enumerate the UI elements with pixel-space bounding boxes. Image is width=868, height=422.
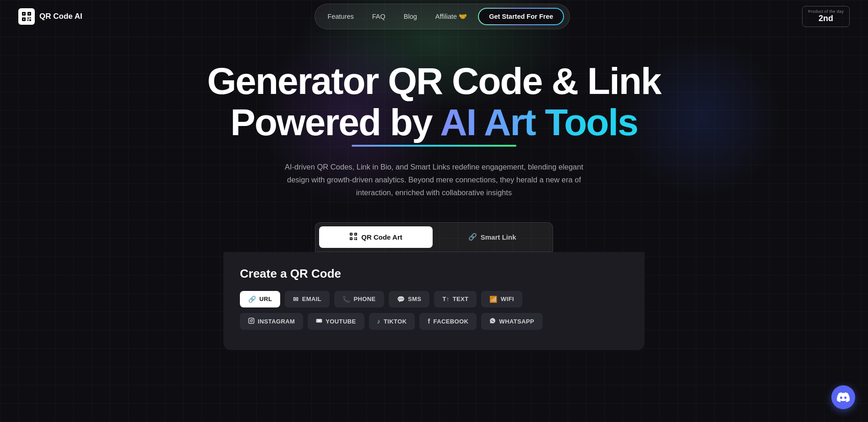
nav-link-blog[interactable]: Blog xyxy=(396,10,424,23)
instagram-icon xyxy=(248,318,255,325)
facebook-icon: f xyxy=(428,318,430,325)
create-card-title: Create a QR Code xyxy=(240,267,628,281)
svg-rect-15 xyxy=(351,238,352,239)
type-btn-tiktok[interactable]: ♪ TIKTOK xyxy=(369,313,415,330)
svg-rect-13 xyxy=(351,234,352,235)
nav-link-features[interactable]: Features xyxy=(320,10,361,23)
logo-icon xyxy=(18,8,35,25)
tab-smart-link[interactable]: 🔗 Smart Link xyxy=(435,226,549,248)
type-btn-instagram[interactable]: INSTAGRAM xyxy=(240,313,303,330)
type-buttons-row1: 🔗 URL ✉ EMAIL 📞 PHONE 💬 SMS T↑ TEXT 📶 xyxy=(240,291,628,307)
hero-title-line1: Generator QR Code & Link xyxy=(207,60,661,102)
instagram-label: INSTAGRAM xyxy=(258,318,295,325)
text-label: TEXT xyxy=(453,296,469,302)
svg-point-22 xyxy=(252,318,253,319)
tab-link-icon: 🔗 xyxy=(468,233,477,241)
phone-label: PHONE xyxy=(353,296,375,302)
svg-rect-14 xyxy=(355,234,356,235)
svg-rect-5 xyxy=(23,19,24,20)
tabs-container: QR Code Art 🔗 Smart Link xyxy=(9,222,859,252)
whatsapp-icon xyxy=(489,318,496,325)
nav-link-faq[interactable]: FAQ xyxy=(365,10,393,23)
create-card: Create a QR Code 🔗 URL ✉ EMAIL 📞 PHONE 💬… xyxy=(223,252,645,350)
type-btn-url[interactable]: 🔗 URL xyxy=(240,291,280,307)
hero-subtitle: AI-driven QR Codes, Link in Bio, and Sma… xyxy=(278,160,590,199)
hero-title-gradient: AI Art Tools xyxy=(440,101,638,143)
facebook-label: FACEBOOK xyxy=(434,318,469,325)
svg-rect-7 xyxy=(29,17,31,18)
type-btn-wifi[interactable]: 📶 WIFI xyxy=(481,291,522,307)
whatsapp-label: WHATSAPP xyxy=(499,318,534,325)
product-rank: 2nd xyxy=(819,14,833,24)
get-started-button[interactable]: Get Started For Free xyxy=(478,8,564,25)
svg-rect-4 xyxy=(29,13,30,14)
svg-rect-17 xyxy=(356,237,357,238)
nav-right: Product of the day 2nd xyxy=(802,6,850,27)
nav-link-affiliate[interactable]: Affiliate 🤝 xyxy=(428,10,474,23)
tab-qr-label: QR Code Art xyxy=(361,233,402,241)
hero-title-line2-plain: Powered by xyxy=(230,101,440,143)
type-buttons-row2: INSTAGRAM YOUTUBE ♪ TIKTOK f FACEBOOK xyxy=(240,313,628,330)
svg-rect-3 xyxy=(23,13,24,14)
wifi-label: WIFI xyxy=(501,296,514,302)
type-btn-youtube[interactable]: YOUTUBE xyxy=(308,313,364,330)
phone-icon: 📞 xyxy=(342,296,350,303)
wifi-icon: 📶 xyxy=(489,296,497,303)
svg-rect-20 xyxy=(249,318,254,323)
svg-rect-18 xyxy=(354,239,355,240)
logo-text: QR Code AI xyxy=(39,12,82,21)
email-label: EMAIL xyxy=(302,296,321,302)
product-of-day-badge: Product of the day 2nd xyxy=(802,6,850,27)
svg-rect-6 xyxy=(27,17,29,19)
sms-label: SMS xyxy=(408,296,421,302)
underline-decoration xyxy=(9,145,859,147)
tab-link-label: Smart Link xyxy=(481,233,516,241)
youtube-icon xyxy=(316,318,322,325)
tiktok-label: TIKTOK xyxy=(384,318,407,325)
sms-icon: 💬 xyxy=(397,296,405,303)
svg-rect-16 xyxy=(354,237,355,238)
product-day-label: Product of the day xyxy=(808,9,844,14)
type-btn-facebook[interactable]: f FACEBOOK xyxy=(419,313,477,330)
type-btn-text[interactable]: T↑ TEXT xyxy=(434,291,477,307)
url-label: URL xyxy=(259,296,272,302)
svg-rect-9 xyxy=(29,19,31,21)
navbar: QR Code AI Features FAQ Blog Affiliate 🤝… xyxy=(0,0,868,33)
type-btn-sms[interactable]: 💬 SMS xyxy=(389,291,430,307)
gradient-underline xyxy=(352,145,516,147)
hero-title: Generator QR Code & Link Powered by AI A… xyxy=(9,60,859,143)
card-container: Create a QR Code 🔗 URL ✉ EMAIL 📞 PHONE 💬… xyxy=(0,252,868,350)
nav-center: Features FAQ Blog Affiliate 🤝 Get Starte… xyxy=(315,4,570,29)
url-icon: 🔗 xyxy=(248,296,256,303)
type-btn-email[interactable]: ✉ EMAIL xyxy=(285,291,330,307)
tabs-wrapper: QR Code Art 🔗 Smart Link xyxy=(315,222,553,252)
tiktok-icon: ♪ xyxy=(377,318,380,325)
discord-button[interactable] xyxy=(831,385,855,409)
svg-point-21 xyxy=(250,319,253,322)
type-btn-phone[interactable]: 📞 PHONE xyxy=(334,291,384,307)
tab-qr-code-art[interactable]: QR Code Art xyxy=(319,226,433,248)
email-icon: ✉ xyxy=(293,296,298,303)
tab-qr-icon xyxy=(349,232,358,242)
logo[interactable]: QR Code AI xyxy=(18,8,82,25)
svg-rect-8 xyxy=(27,19,28,21)
youtube-label: YOUTUBE xyxy=(326,318,356,325)
text-icon: T↑ xyxy=(442,296,449,302)
svg-rect-19 xyxy=(356,239,357,240)
type-btn-whatsapp[interactable]: WHATSAPP xyxy=(481,313,542,330)
hero-section: Generator QR Code & Link Powered by AI A… xyxy=(0,33,868,252)
